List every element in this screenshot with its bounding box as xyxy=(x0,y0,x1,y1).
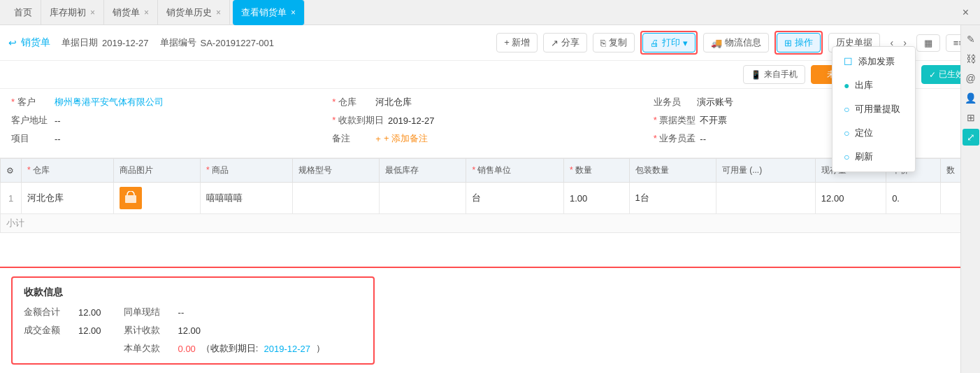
new-button[interactable]: + 新增 xyxy=(496,33,538,52)
project-field: 项目 -- xyxy=(11,132,326,145)
svg-rect-0 xyxy=(125,195,136,203)
print-icon: 🖨 xyxy=(650,38,659,48)
dropdown-item-outbound[interactable]: ● 出库 xyxy=(833,73,915,97)
grid-view-button[interactable]: ▦ xyxy=(916,34,940,52)
customer-value[interactable]: 柳州粤港平安气体有限公司 xyxy=(55,96,164,108)
tab-view-sales-close[interactable]: × xyxy=(291,8,296,17)
col-spec: 规格型号 xyxy=(292,159,379,183)
refresh-label: 刷新 xyxy=(855,150,873,163)
ticket-type-value: 不开票 xyxy=(700,114,727,127)
doc-number-label: 单据编号 xyxy=(160,36,196,49)
payment-cumulative-row: 累计收款 12.00 xyxy=(124,324,325,337)
settings-icon[interactable]: ⚙ xyxy=(6,166,14,176)
operations-dropdown: ☐ 添加发票 ● 出库 ○ 可用量提取 ○ 定位 ○ 刷新 xyxy=(832,46,916,172)
tab-inventory-close[interactable]: × xyxy=(90,8,95,17)
bottom-section: 收款信息 金额合计 12.00 成交金额 12.00 同单现结 -- xyxy=(0,267,980,373)
col-warehouse: * 仓库 xyxy=(22,159,114,183)
sales-staff-field: 业务员孟 -- xyxy=(654,132,969,145)
phone-icon: 📱 xyxy=(751,70,761,80)
payment-owed-row: 本单欠款 0.00 （收款到期日: 2019-12-27 ） xyxy=(124,342,325,355)
doc-date-label: 单据日期 xyxy=(62,36,98,49)
payment-date-value: 2019-12-27 xyxy=(388,115,435,126)
staff-value: 演示账号 xyxy=(697,96,733,108)
payment-owed-label: 本单欠款 xyxy=(124,342,173,355)
row-min-stock xyxy=(380,183,466,214)
outbound-label: 出库 xyxy=(855,79,873,92)
dropdown-item-refresh[interactable]: ○ 刷新 xyxy=(833,145,915,169)
tab-view-sales[interactable]: 查看销货单 × xyxy=(233,0,305,25)
sidebar-expand-button[interactable]: ⤢ xyxy=(963,129,979,146)
row-product-img xyxy=(113,183,200,214)
row-spec xyxy=(292,183,379,214)
tab-home[interactable]: 首页 xyxy=(6,0,41,25)
ticket-type-label: 票据类型 xyxy=(654,114,696,127)
phone-button[interactable]: 📱 来自手机 xyxy=(743,65,805,84)
payment-owed-close: ） xyxy=(316,342,325,355)
sidebar-table-button[interactable]: ⊞ xyxy=(963,109,979,126)
project-value: -- xyxy=(55,134,61,144)
form-row-1: 客户 柳州粤港平安气体有限公司 仓库 河北仓库 业务员 演示账号 xyxy=(11,96,969,108)
print-button[interactable]: 🖨 打印 ▾ xyxy=(642,33,696,52)
operations-button-highlight: ⊞ 操作 xyxy=(774,31,823,55)
print-dropdown-icon: ▾ xyxy=(683,38,688,48)
col-product: * 商品 xyxy=(201,159,293,183)
share-icon: ↗ xyxy=(551,38,559,48)
sidebar-link-button[interactable]: ⛓ xyxy=(963,50,979,67)
payment-owed-value: 0.00 xyxy=(178,344,196,354)
window-close-button[interactable]: × xyxy=(957,6,974,19)
operations-button[interactable]: ⊞ 操作 xyxy=(777,33,821,52)
col-qty: * 数量 xyxy=(563,159,629,183)
customer-field: 客户 柳州粤港平安气体有限公司 xyxy=(11,96,326,108)
payment-deal-label: 成交金额 xyxy=(24,324,73,337)
add-note-icon: + xyxy=(375,134,381,144)
table-row: 1 河北仓库 嘻嘻嘻嘻 台 1.00 xyxy=(1,183,980,214)
form-row-3: 项目 -- 备注 + + 添加备注 业务员孟 -- xyxy=(11,132,969,145)
payment-date-field: 收款到期日 2019-12-27 xyxy=(332,114,647,127)
address-value: -- xyxy=(55,115,61,126)
row-available xyxy=(716,183,815,214)
right-sidebar: ✎ ⛓ @ 👤 ⊞ ⤢ xyxy=(960,25,980,373)
customer-label: 客户 xyxy=(11,96,50,108)
col-product-img: 商品图片 xyxy=(113,159,200,183)
payment-col-right: 同单现结 -- 累计收款 12.00 本单欠款 0.00 （收款到期日: 201… xyxy=(124,306,325,355)
tab-sales-close[interactable]: × xyxy=(144,8,149,17)
product-image xyxy=(120,187,142,209)
operations-icon: ⊞ xyxy=(784,38,792,48)
share-button[interactable]: ↗ 分享 xyxy=(543,33,587,52)
payment-same-label: 同单现结 xyxy=(124,306,173,318)
row-product: 嘻嘻嘻嘻 xyxy=(201,183,293,214)
logistics-icon: 🚚 xyxy=(711,38,722,48)
logistics-button[interactable]: 🚚 物流信息 xyxy=(703,33,769,52)
payment-same-value: -- xyxy=(178,307,185,318)
grid-icon: ▦ xyxy=(924,38,932,48)
sidebar-edit-button[interactable]: ✎ xyxy=(963,31,979,48)
doc-meta: 单据日期 2019-12-27 单据编号 SA-20191227-001 xyxy=(62,36,274,49)
ticket-type-field: 票据类型 不开票 xyxy=(654,114,969,127)
payment-total-label: 金额合计 xyxy=(24,306,73,318)
locate-label: 定位 xyxy=(855,127,873,139)
project-label: 项目 xyxy=(11,132,50,145)
tab-inventory[interactable]: 库存期初 × xyxy=(41,0,104,25)
doc-title: ↩ 销货单 xyxy=(8,36,50,49)
doc-title-text: 销货单 xyxy=(21,36,50,49)
copy-button[interactable]: ⎘ 复制 xyxy=(593,33,635,52)
doc-number-value: SA-20191227-001 xyxy=(201,38,275,48)
tab-sales-history[interactable]: 销货单历史 × xyxy=(158,0,230,25)
payment-due-date: 2019-12-27 xyxy=(264,344,310,354)
payment-col-left: 金额合计 12.00 成交金额 12.00 xyxy=(24,306,101,355)
dropdown-item-locate[interactable]: ○ 定位 xyxy=(833,121,915,145)
available-qty-label: 可用量提取 xyxy=(855,103,900,115)
sidebar-at-button[interactable]: @ xyxy=(963,70,979,87)
address-field: 客户地址 -- xyxy=(11,114,326,127)
tab-sales-history-close[interactable]: × xyxy=(216,8,221,17)
payment-cumulative-label: 累计收款 xyxy=(124,324,173,337)
sidebar-user-button[interactable]: 👤 xyxy=(963,90,979,106)
dropdown-item-available-qty[interactable]: ○ 可用量提取 xyxy=(833,97,915,121)
staff-label: 业务员 xyxy=(654,96,693,108)
payment-deal-row: 成交金额 12.00 xyxy=(24,324,101,337)
effect-icon: ✓ xyxy=(929,70,936,80)
dropdown-item-add-invoice[interactable]: ☐ 添加发票 xyxy=(833,50,915,73)
tab-sales[interactable]: 销货单 × xyxy=(104,0,158,25)
doc-date-field: 单据日期 2019-12-27 xyxy=(62,36,149,49)
add-note-button[interactable]: + + 添加备注 xyxy=(375,132,428,145)
